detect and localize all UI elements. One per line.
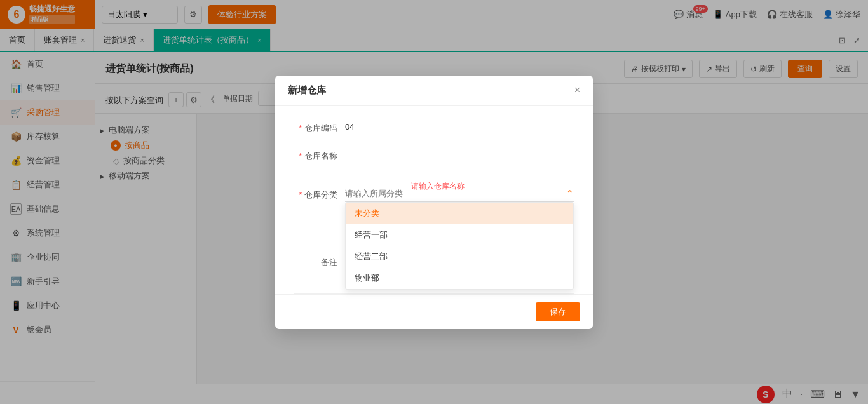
name-label: * 仓库名称 [294,147,345,162]
dropdown-option-1[interactable]: 经营一部 [346,224,573,246]
modal-body: * 仓库编码 * 仓库名称 请输入仓库名称 * [275,106,593,293]
category-required: * [299,190,302,199]
new-warehouse-modal: 新增仓库 × * 仓库编码 * 仓库名称 [275,76,593,329]
code-required: * [299,123,302,133]
dropdown-option-0[interactable]: 未分类 [346,203,573,224]
category-row: * 仓库分类 ⌃ 未分类 经营一部 经营二部 物业部 [294,185,574,202]
category-label: * 仓库分类 [294,185,345,201]
category-input[interactable] [345,185,574,202]
dropdown-option-3[interactable]: 物业部 [346,267,573,289]
code-input[interactable] [345,119,574,135]
name-input[interactable] [345,147,574,163]
note-label: 备注 [294,253,345,268]
modal-footer: 保存 [275,294,593,329]
code-label: * 仓库编码 [294,119,345,134]
modal-title: 新增仓库 [288,84,326,97]
code-row: * 仓库编码 [294,119,574,135]
category-dropdown: 未分类 经营一部 经营二部 物业部 [345,202,574,290]
name-row: * 仓库名称 请输入仓库名称 [294,147,574,174]
dropdown-option-2[interactable]: 经营二部 [346,246,573,267]
modal-overlay: 新增仓库 × * 仓库编码 * 仓库名称 [0,0,868,404]
name-required: * [299,151,302,161]
modal-close-button[interactable]: × [574,84,580,96]
save-button[interactable]: 保存 [536,302,580,321]
category-arrow-icon[interactable]: ⌃ [566,187,574,199]
modal-header: 新增仓库 × [275,76,593,106]
category-select-wrapper: ⌃ 未分类 经营一部 经营二部 物业部 [345,185,574,202]
